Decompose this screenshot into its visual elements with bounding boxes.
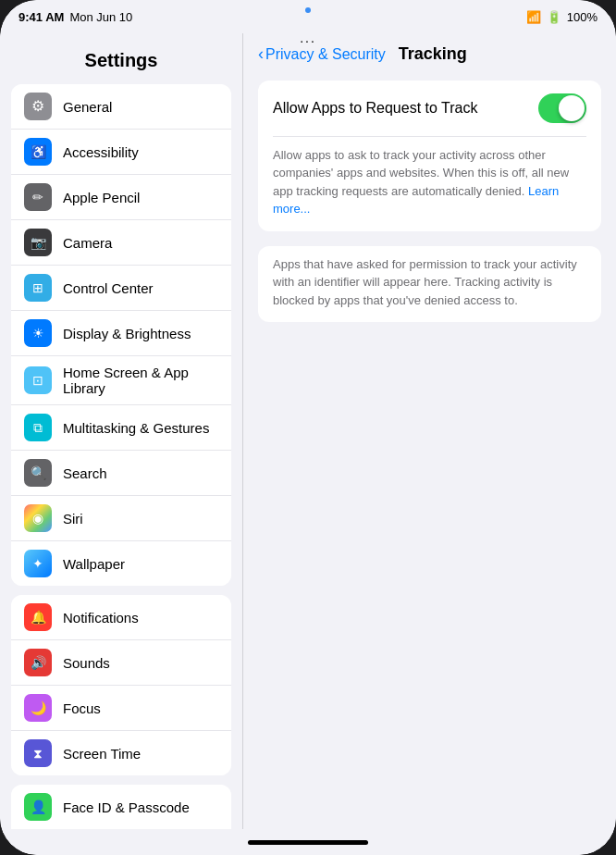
display-label: Display & Brightness — [63, 326, 191, 341]
siri-icon: ◉ — [24, 504, 52, 532]
toggle-label: Allow Apps to Request to Track — [273, 100, 477, 117]
control-center-label: Control Center — [63, 280, 154, 296]
allow-tracking-toggle[interactable] — [538, 93, 586, 123]
apps-description-text: Apps that have asked for permission to t… — [258, 246, 601, 323]
screen-time-icon: ⧗ — [24, 739, 52, 767]
sidebar-item-screen-time[interactable]: ⧗ Screen Time — [11, 731, 231, 775]
general-label: General — [63, 99, 112, 115]
sidebar-item-focus[interactable]: 🌙 Focus — [11, 686, 231, 731]
search-icon: 🔍 — [24, 459, 52, 487]
toggle-row: Allow Apps to Request to Track — [258, 81, 601, 136]
notifications-icon: 🔔 — [24, 603, 52, 631]
status-bar: 9:41 AM Mon Jun 10 📶 🔋 100% — [0, 0, 616, 33]
wifi-icon: 📶 — [526, 10, 541, 24]
face-id-icon: 👤 — [24, 793, 52, 821]
sidebar-item-siri[interactable]: ◉ Siri — [11, 496, 231, 541]
battery-text: 100% — [567, 10, 598, 24]
main-layout: Settings ⚙ General ♿ Accessibility ✏ App… — [0, 33, 616, 829]
apple-pencil-icon: ✏ — [24, 183, 52, 211]
home-screen-label: Home Screen & App Library — [63, 365, 218, 396]
sounds-icon: 🔊 — [24, 649, 52, 676]
general-icon: ⚙ — [24, 93, 52, 120]
sidebar-item-notifications[interactable]: 🔔 Notifications — [11, 595, 231, 640]
notifications-label: Notifications — [63, 610, 139, 626]
siri-label: Siri — [63, 511, 83, 527]
sidebar-item-general[interactable]: ⚙ General — [11, 84, 231, 130]
home-bar — [248, 840, 368, 845]
sidebar-item-apple-pencil[interactable]: ✏ Apple Pencil — [11, 175, 231, 220]
apple-pencil-label: Apple Pencil — [63, 190, 140, 205]
focus-label: Focus — [63, 700, 101, 716]
status-time: 9:41 AM — [18, 10, 64, 24]
sidebar-item-search[interactable]: 🔍 Search — [11, 451, 231, 496]
camera-label: Camera — [63, 235, 112, 251]
search-label: Search — [63, 465, 107, 481]
wallpaper-label: Wallpaper — [63, 556, 125, 572]
sidebar-section-1: ⚙ General ♿ Accessibility ✏ Apple Pencil… — [11, 84, 231, 586]
toggle-knob — [559, 95, 585, 121]
sidebar-item-accessibility[interactable]: ♿ Accessibility — [11, 130, 231, 175]
dots-menu: ··· — [300, 33, 316, 48]
accessibility-icon: ♿ — [24, 138, 52, 166]
panel-content: Allow Apps to Request to Track Allow app… — [243, 73, 616, 829]
right-panel: ‹ Privacy & Security Tracking Allow Apps… — [243, 33, 616, 829]
back-chevron-icon: ‹ — [258, 44, 264, 64]
panel-title: Tracking — [399, 44, 467, 64]
back-label[interactable]: Privacy & Security — [265, 46, 386, 63]
sidebar-item-control-center[interactable]: ⊞ Control Center — [11, 266, 231, 311]
battery-icon: 🔋 — [547, 10, 561, 24]
control-center-icon: ⊞ — [24, 274, 52, 302]
sidebar-item-display[interactable]: ☀ Display & Brightness — [11, 311, 231, 356]
sidebar-item-home-screen[interactable]: ⊡ Home Screen & App Library — [11, 356, 231, 405]
multitasking-icon: ⧉ — [24, 414, 52, 441]
sidebar-item-wallpaper[interactable]: ✦ Wallpaper — [11, 541, 231, 586]
sounds-label: Sounds — [63, 655, 110, 671]
sidebar-item-sounds[interactable]: 🔊 Sounds — [11, 640, 231, 686]
sidebar-item-face-id[interactable]: 👤 Face ID & Passcode — [11, 785, 231, 829]
status-right: 📶 🔋 100% — [526, 10, 598, 24]
top-dot — [305, 7, 311, 13]
face-id-label: Face ID & Passcode — [63, 799, 190, 815]
tracking-card: Allow Apps to Request to Track Allow app… — [258, 81, 601, 231]
camera-icon: 📷 — [24, 229, 52, 256]
sidebar-title: Settings — [0, 43, 242, 84]
display-icon: ☀ — [24, 319, 52, 347]
multitasking-label: Multitasking & Gestures — [63, 420, 209, 436]
screen-time-label: Screen Time — [63, 746, 141, 762]
focus-icon: 🌙 — [24, 694, 52, 722]
learn-more-link[interactable]: Learn more... — [273, 184, 559, 217]
tracking-description-1: Allow apps to ask to track your activity… — [258, 137, 601, 231]
home-screen-icon: ⊡ — [24, 366, 52, 394]
sidebar-item-multitasking[interactable]: ⧉ Multitasking & Gestures — [11, 405, 231, 451]
sidebar: Settings ⚙ General ♿ Accessibility ✏ App… — [0, 33, 242, 829]
home-indicator — [0, 829, 616, 855]
sidebar-section-2: 🔔 Notifications 🔊 Sounds 🌙 Focus ⧗ Scree… — [11, 595, 231, 775]
accessibility-label: Accessibility — [63, 144, 139, 160]
status-date: Mon Jun 10 — [69, 10, 132, 24]
sidebar-section-3: 👤 Face ID & Passcode 🤚 Privacy & Securit… — [11, 785, 231, 829]
apps-description-card: Apps that have asked for permission to t… — [258, 246, 601, 323]
back-button[interactable]: ‹ Privacy & Security — [258, 44, 386, 64]
wallpaper-icon: ✦ — [24, 550, 52, 577]
sidebar-item-camera[interactable]: 📷 Camera — [11, 220, 231, 266]
